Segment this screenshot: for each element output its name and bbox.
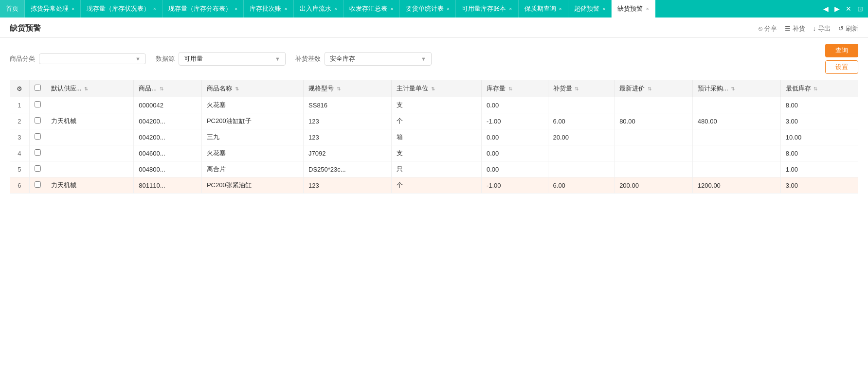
row-checkbox-6[interactable] [29, 177, 46, 194]
tab-home[interactable]: 首页 [0, 0, 25, 18]
close-tab-order-stats[interactable]: × [447, 6, 450, 12]
sort-unit-icon[interactable]: ⇅ [431, 86, 435, 91]
row-spec-3: 123 [304, 129, 392, 145]
query-button[interactable]: 查询 [825, 44, 858, 57]
row-checkbox-4[interactable] [29, 145, 46, 161]
tab-close-all-button[interactable]: ✕ [843, 0, 854, 18]
row-replenish-3: 20.00 [548, 129, 615, 145]
export-button[interactable]: ↓ 导出 [813, 24, 831, 33]
row-replenish-5 [548, 161, 615, 177]
tab-summary[interactable]: 收发存汇总表 × [344, 0, 399, 18]
row-latest-price-4 [615, 145, 693, 161]
table-container: ⚙ 默认供应... ⇅ 商品... ⇅ 商品名称 ⇅ [0, 80, 868, 194]
row-select-6[interactable] [35, 181, 41, 188]
tab-expand-button[interactable]: ⊡ [854, 0, 866, 18]
row-min-stock-4: 8.00 [780, 145, 858, 161]
row-supplier-6: 力天机械 [46, 177, 134, 194]
tab-shortage[interactable]: 缺货预警 × [612, 0, 655, 18]
close-tab-shortage[interactable]: × [646, 6, 649, 12]
close-tab-inventory-status[interactable]: × [153, 6, 156, 12]
row-spec-2: 123 [304, 113, 392, 129]
row-unit-6: 个 [392, 177, 482, 194]
row-code-2: 004200... [134, 113, 202, 129]
share-button[interactable]: ⎋ 分享 [759, 24, 777, 33]
tab-prev-button[interactable]: ◀ [820, 0, 832, 18]
category-select-arrow-icon: ▼ [135, 56, 141, 62]
row-checkbox-1[interactable] [29, 97, 46, 113]
close-tab-batch[interactable]: × [284, 6, 287, 12]
sort-latest-price-icon[interactable]: ⇅ [648, 86, 651, 91]
tab-picking[interactable]: 拣货异常处理 × [25, 0, 81, 18]
settings-button[interactable]: 设置 [825, 60, 858, 74]
sort-code-icon[interactable]: ⇅ [160, 86, 163, 91]
refresh-icon: ↺ [838, 25, 844, 32]
row-est-purchase-3 [692, 129, 780, 145]
category-label: 商品分类 [10, 54, 35, 63]
row-supplier-2: 力天机械 [46, 113, 134, 129]
close-tab-summary[interactable]: × [390, 6, 393, 12]
row-est-purchase-6: 1200.00 [692, 177, 780, 194]
th-unit: 主计量单位 ⇅ [392, 80, 482, 97]
row-name-5: 离合片 [201, 161, 303, 177]
tab-inventory-dist[interactable]: 现存量（库存分布表） × [163, 0, 244, 18]
close-tab-expiry[interactable]: × [559, 6, 562, 12]
tab-expiry[interactable]: 保质期查询 × [519, 0, 568, 18]
row-stock-2: -1.00 [481, 113, 548, 129]
close-tab-available-ledger[interactable]: × [509, 6, 512, 12]
th-spec: 规格型号 ⇅ [304, 80, 392, 97]
row-num-2: 2 [10, 113, 29, 129]
row-unit-5: 只 [392, 161, 482, 177]
table-row: 6 力天机械 801110... PC200张紧油缸 123 个 -1.00 6… [10, 177, 858, 194]
tab-flow[interactable]: 出入库流水 × [294, 0, 344, 18]
row-checkbox-3[interactable] [29, 129, 46, 145]
tab-next-button[interactable]: ▶ [832, 0, 843, 18]
category-select[interactable]: ▼ [39, 53, 146, 64]
tab-overstock[interactable]: 超储预警 × [568, 0, 612, 18]
row-code-4: 004600... [134, 145, 202, 161]
data-table: ⚙ 默认供应... ⇅ 商品... ⇅ 商品名称 ⇅ [10, 80, 858, 194]
row-stock-5: 0.00 [481, 161, 548, 177]
filter-actions: 查询 设置 [825, 44, 858, 74]
tab-order-stats[interactable]: 要货单统计表 × [400, 0, 456, 18]
row-select-4[interactable] [35, 149, 41, 156]
sort-stock-icon[interactable]: ⇅ [508, 86, 512, 91]
row-replenish-6: 6.00 [548, 177, 615, 194]
row-select-5[interactable] [35, 165, 41, 172]
replenish-value: 安全库存 [330, 54, 355, 63]
row-unit-4: 支 [392, 145, 482, 161]
refresh-button[interactable]: ↺ 刷新 [838, 24, 858, 33]
close-tab-flow[interactable]: × [334, 6, 337, 12]
sort-replenish-icon[interactable]: ⇅ [575, 86, 579, 91]
sort-supplier-icon[interactable]: ⇅ [84, 86, 88, 91]
replenish-button[interactable]: ☰ 补货 [785, 24, 805, 33]
row-checkbox-2[interactable] [29, 113, 46, 129]
datasource-select[interactable]: 可用量 ▼ [179, 52, 286, 66]
row-min-stock-5: 1.00 [780, 161, 858, 177]
replenish-select[interactable]: 安全库存 ▼ [325, 52, 432, 66]
row-min-stock-2: 3.00 [780, 113, 858, 129]
tab-inventory-status[interactable]: 现存量（库存状况表） × [81, 0, 162, 18]
tab-batch[interactable]: 库存批次账 × [244, 0, 293, 18]
tab-available-ledger[interactable]: 可用量库存账本 × [456, 0, 518, 18]
row-select-1[interactable] [35, 101, 41, 107]
gear-icon[interactable]: ⚙ [17, 85, 22, 92]
row-supplier-5 [46, 161, 134, 177]
select-all-checkbox[interactable] [35, 85, 41, 91]
row-spec-5: DS250*23c... [304, 161, 392, 177]
row-latest-price-5 [615, 161, 693, 177]
close-tab-inventory-dist[interactable]: × [235, 6, 237, 12]
sort-est-purchase-icon[interactable]: ⇅ [731, 86, 735, 91]
page-container: 缺货预警 ⎋ 分享 ☰ 补货 ↓ 导出 ↺ 刷新 商品分类 [0, 18, 868, 387]
th-code: 商品... ⇅ [134, 80, 202, 97]
sort-name-icon[interactable]: ⇅ [235, 86, 239, 91]
row-est-purchase-5 [692, 161, 780, 177]
sort-spec-icon[interactable]: ⇅ [337, 86, 341, 91]
close-tab-overstock[interactable]: × [602, 6, 605, 12]
th-settings: ⚙ [10, 80, 29, 97]
category-filter-group: 商品分类 ▼ [10, 53, 146, 64]
close-tab-picking[interactable]: × [72, 6, 74, 12]
row-checkbox-5[interactable] [29, 161, 46, 177]
row-select-2[interactable] [35, 117, 41, 123]
sort-min-stock-icon[interactable]: ⇅ [814, 86, 817, 91]
row-select-3[interactable] [35, 133, 41, 140]
